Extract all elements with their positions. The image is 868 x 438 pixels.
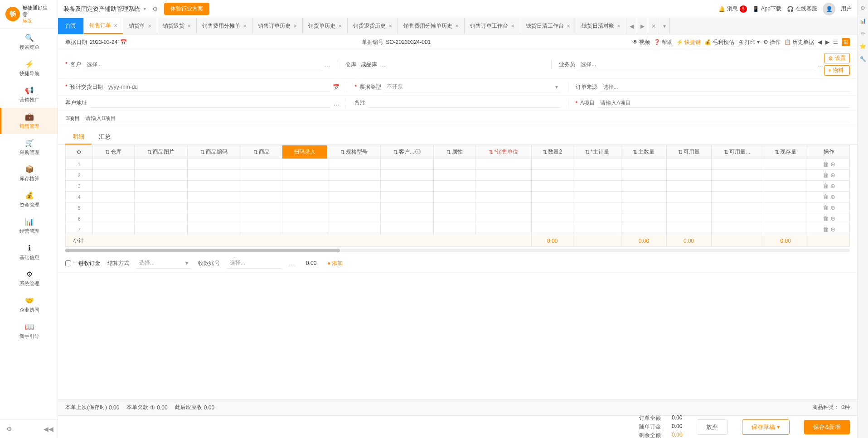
row-stock-cell[interactable]	[763, 202, 808, 213]
copy-row-icon[interactable]: ⊕	[830, 204, 835, 211]
row-customer-code-cell[interactable]	[380, 213, 434, 224]
tab-sales-return[interactable]: 销货退货 ✕	[157, 18, 197, 34]
user-avatar[interactable]: 👤	[823, 3, 835, 15]
row-customer-code-cell[interactable]	[380, 170, 434, 181]
row-spec-cell[interactable]	[327, 181, 381, 192]
history-button[interactable]: 📋 历史单据	[784, 39, 814, 46]
tab-next-icon[interactable]: ▶	[637, 18, 648, 34]
notes-input[interactable]	[368, 98, 560, 108]
sidebar-item-finance[interactable]: 💰 资金管理	[0, 187, 58, 213]
delivery-date-input[interactable]	[106, 82, 330, 92]
row-main-qty-cell[interactable]	[621, 170, 666, 181]
row-attribute-cell[interactable]	[434, 213, 475, 224]
row-product-cell[interactable]	[241, 202, 282, 213]
tab-summary[interactable]: 汇总	[92, 130, 118, 144]
th-settings[interactable]: ⚙	[66, 145, 93, 159]
th-stock[interactable]: ⇅现存量	[763, 145, 808, 159]
row-main-unit-cell[interactable]	[573, 213, 621, 224]
row-unit-cell[interactable]	[475, 213, 532, 224]
rp-star-icon[interactable]: ⭐	[858, 42, 868, 51]
close-tab-icon[interactable]: ✕	[243, 24, 247, 29]
profit-button[interactable]: 💰 毛利预估	[704, 39, 734, 46]
tab-return-history[interactable]: 销货退货历史 ✕	[348, 18, 398, 34]
row-main-unit-cell[interactable]	[573, 170, 621, 181]
close-tab-icon[interactable]: ✕	[114, 23, 117, 28]
row-main-qty-cell[interactable]	[621, 159, 666, 170]
row-attribute-cell[interactable]	[434, 202, 475, 213]
row-available2-cell[interactable]	[711, 170, 763, 181]
row-stock-cell[interactable]	[763, 224, 808, 235]
notifications-button[interactable]: 🔔 消息 9	[718, 5, 747, 13]
row-main-unit-cell[interactable]	[573, 202, 621, 213]
row-stock-cell[interactable]	[763, 159, 808, 170]
row-available1-cell[interactable]	[666, 202, 711, 213]
one-click-input[interactable]	[65, 260, 71, 266]
row-unit-cell[interactable]	[475, 192, 532, 202]
tab-menu-icon[interactable]: ▾	[659, 18, 670, 34]
row-qty2-cell[interactable]	[532, 170, 573, 181]
row-attribute-cell[interactable]	[434, 170, 475, 181]
tab-fee-history[interactable]: 销售费用分摊单历史 ✕	[398, 18, 465, 34]
salesperson-input[interactable]	[578, 60, 815, 69]
close-tab-icon[interactable]: ✕	[455, 24, 459, 29]
row-product-cell[interactable]	[241, 170, 282, 181]
row-warehouse-cell[interactable]	[93, 192, 135, 202]
row-main-qty-cell[interactable]	[621, 181, 666, 192]
project-b-input[interactable]	[82, 114, 850, 123]
row-available1-cell[interactable]	[666, 170, 711, 181]
sidebar-item-purchase[interactable]: 🛒 采购管理	[0, 134, 58, 160]
topbar-settings-icon[interactable]: ⚙	[150, 4, 160, 14]
account-select[interactable]: 选择...	[227, 258, 281, 269]
row-customer-code-cell[interactable]	[380, 224, 434, 235]
row-unit-cell[interactable]	[475, 224, 532, 235]
sidebar-item-inventory[interactable]: 📦 库存核算	[0, 160, 58, 187]
row-available2-cell[interactable]	[711, 224, 763, 235]
row-stock-cell[interactable]	[763, 181, 808, 192]
rp-settings-icon[interactable]: ⚙	[858, 4, 868, 13]
th-scan[interactable]: 扫码录入	[282, 145, 327, 159]
tab-prev-icon[interactable]: ◀	[626, 18, 637, 34]
close-tab-icon[interactable]: ✕	[148, 24, 151, 29]
add-material-button[interactable]: + 物料	[824, 65, 850, 76]
copy-row-icon[interactable]: ⊕	[830, 193, 835, 200]
row-code-cell[interactable]	[188, 159, 241, 170]
th-main-qty[interactable]: ⇅主数量	[621, 145, 666, 159]
row-warehouse-cell[interactable]	[93, 213, 135, 224]
settings-button[interactable]: ⚙ 设置	[824, 53, 850, 63]
row-qty2-cell[interactable]	[532, 202, 573, 213]
tab-sales-invoice[interactable]: 销货单 ✕	[123, 18, 157, 34]
th-unit[interactable]: ⇅*销售单位	[475, 145, 532, 159]
close-tab-icon[interactable]: ✕	[567, 24, 570, 29]
row-unit-cell[interactable]	[475, 170, 532, 181]
row-warehouse-cell[interactable]	[93, 202, 135, 213]
row-product-cell[interactable]	[241, 192, 282, 202]
add-payment-button[interactable]: ● 添加	[327, 260, 342, 267]
row-available2-cell[interactable]	[711, 192, 763, 202]
close-tab-icon[interactable]: ✕	[338, 24, 342, 29]
settings-bottom-icon[interactable]: ⚙	[4, 424, 15, 434]
copy-row-icon[interactable]: ⊕	[830, 226, 835, 233]
row-qty2-cell[interactable]	[532, 224, 573, 235]
tab-home[interactable]: 首页	[58, 18, 84, 34]
sidebar-item-search[interactable]: 🔍 搜索菜单	[0, 29, 58, 55]
address-more-icon[interactable]: …	[333, 100, 339, 107]
customer-input[interactable]	[84, 60, 321, 69]
row-spec-cell[interactable]	[327, 159, 381, 170]
tab-close-all-icon[interactable]: ✕	[648, 18, 659, 34]
row-code-cell[interactable]	[188, 170, 241, 181]
operate-button[interactable]: ⚙ 操作	[763, 39, 781, 46]
row-code-cell[interactable]	[188, 213, 241, 224]
row-warehouse-cell[interactable]	[93, 170, 135, 181]
account-more-icon[interactable]: …	[289, 260, 295, 267]
nav-prev-icon[interactable]: ◀	[818, 39, 822, 45]
row-main-qty-cell[interactable]	[621, 213, 666, 224]
one-click-checkbox[interactable]: 一键收订金	[65, 260, 100, 267]
row-main-unit-cell[interactable]	[573, 181, 621, 192]
row-available2-cell[interactable]	[711, 181, 763, 192]
warehouse-more-icon[interactable]: …	[380, 61, 386, 68]
row-spec-cell[interactable]	[327, 170, 381, 181]
nav-next-icon[interactable]: ▶	[825, 39, 829, 45]
row-unit-cell[interactable]	[475, 159, 532, 170]
delete-row-icon[interactable]: 🗑	[823, 183, 829, 189]
tab-daily-clear[interactable]: 钱货日清工作台 ✕	[520, 18, 576, 34]
